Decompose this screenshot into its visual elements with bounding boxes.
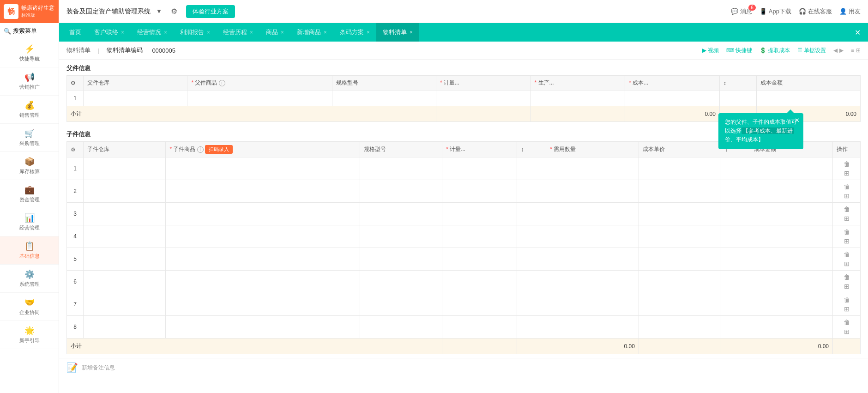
copy-button-1[interactable]: ⊞: [842, 169, 851, 178]
gear-button[interactable]: ⚙: [168, 5, 181, 18]
child-unit-4[interactable]: [442, 225, 517, 248]
tab-close-icon[interactable]: ×: [121, 29, 124, 36]
sidebar-item-系统管理[interactable]: ⚙️系统管理: [0, 265, 59, 293]
child-warehouse-5[interactable]: [84, 248, 166, 271]
tab-经营情况[interactable]: 经营情况×: [131, 23, 174, 42]
child-unit-3[interactable]: [442, 203, 517, 225]
child-spec-4[interactable]: [360, 225, 442, 248]
video-button[interactable]: ▶ 视频: [702, 47, 719, 54]
tab-close-icon[interactable]: ×: [250, 29, 253, 36]
sidebar-item-新手引导[interactable]: 🌟新手引导: [0, 321, 59, 349]
message-button[interactable]: 💬 消息 6: [731, 7, 752, 16]
tab-利润报告[interactable]: 利润报告×: [174, 23, 217, 42]
child-unit-price-4[interactable]: [639, 225, 721, 248]
user-menu[interactable]: 👤 用友: [839, 7, 861, 16]
delete-button-2[interactable]: 🗑: [842, 182, 852, 191]
online-service-button[interactable]: 🎧 在线客服: [799, 7, 832, 16]
child-goods-3[interactable]: [166, 203, 360, 225]
copy-button-3[interactable]: ⊞: [842, 214, 851, 223]
child-unit-1[interactable]: [442, 157, 517, 180]
parent-goods-cell[interactable]: [187, 91, 332, 106]
tab-经营历程[interactable]: 经营历程×: [217, 23, 259, 42]
child-unit-price-3[interactable]: [639, 203, 721, 225]
extract-cost-button[interactable]: 💲 提取成本: [760, 47, 790, 54]
app-download-button[interactable]: 📱 App下载: [760, 7, 791, 16]
child-unit-price-2[interactable]: [639, 180, 721, 203]
child-qty-2[interactable]: [546, 180, 639, 203]
sidebar-item-销售管理[interactable]: 💰销售管理: [0, 96, 59, 124]
parent-cost-cell[interactable]: [625, 91, 720, 106]
delete-button-6[interactable]: 🗑: [842, 272, 852, 282]
tab-条码方案[interactable]: 条码方案×: [333, 23, 376, 42]
delete-button-7[interactable]: 🗑: [842, 295, 852, 304]
tab-客户联络[interactable]: 客户联络×: [88, 23, 131, 42]
child-qty-8[interactable]: [546, 316, 639, 339]
child-warehouse-6[interactable]: [84, 271, 166, 293]
child-unit-5[interactable]: [442, 248, 517, 271]
child-goods-5[interactable]: [166, 248, 360, 271]
delete-button-4[interactable]: 🗑: [842, 227, 852, 236]
sidebar-item-快捷导航[interactable]: ⚡快捷导航: [0, 39, 59, 67]
delete-button-1[interactable]: 🗑: [842, 159, 852, 169]
nav-next-button[interactable]: ▶: [839, 47, 844, 54]
copy-button-5[interactable]: ⊞: [842, 259, 851, 268]
child-unit-6[interactable]: [442, 271, 517, 293]
parent-spec-cell[interactable]: [332, 91, 436, 106]
child-qty-7[interactable]: [546, 293, 639, 316]
trial-button[interactable]: 体验行业方案: [186, 5, 235, 18]
delete-button-3[interactable]: 🗑: [842, 205, 852, 214]
scan-button[interactable]: 扫码录入: [205, 145, 233, 154]
sidebar-item-营销推广[interactable]: 📢营销推广: [0, 67, 59, 96]
child-unit-price-5[interactable]: [639, 248, 721, 271]
copy-button-6[interactable]: ⊞: [842, 282, 851, 291]
sidebar-item-采购管理[interactable]: 🛒采购管理: [0, 124, 59, 152]
child-warehouse-2[interactable]: [84, 180, 166, 203]
tab-close-icon[interactable]: ×: [324, 29, 327, 36]
child-warehouse-3[interactable]: [84, 203, 166, 225]
child-spec-6[interactable]: [360, 271, 442, 293]
grid-view-button[interactable]: ⊞: [856, 47, 861, 54]
child-warehouse-8[interactable]: [84, 316, 166, 339]
tab-物料清单[interactable]: 物料清单×: [376, 23, 419, 42]
sidebar-item-经营管理[interactable]: 📊经营管理: [0, 208, 59, 236]
copy-button-2[interactable]: ⊞: [842, 191, 851, 200]
child-unit-price-6[interactable]: [639, 271, 721, 293]
parent-unit-cell[interactable]: [436, 91, 530, 106]
sidebar-item-企业协同[interactable]: 🤝企业协同: [0, 293, 59, 321]
tab-close-icon[interactable]: ×: [410, 29, 413, 36]
close-all-tabs[interactable]: ✕: [851, 28, 864, 37]
parent-warehouse-cell[interactable]: [84, 91, 187, 106]
nav-prev-button[interactable]: ◀: [833, 47, 838, 54]
child-warehouse-4[interactable]: [84, 225, 166, 248]
child-unit-price-8[interactable]: [639, 316, 721, 339]
child-unit-price-1[interactable]: [639, 157, 721, 180]
copy-button-7[interactable]: ⊞: [842, 304, 851, 314]
child-warehouse-7[interactable]: [84, 293, 166, 316]
child-unit-2[interactable]: [442, 180, 517, 203]
child-qty-5[interactable]: [546, 248, 639, 271]
child-unit-price-7[interactable]: [639, 293, 721, 316]
sidebar-search[interactable]: 🔍 搜索菜单: [0, 23, 59, 39]
delete-button-8[interactable]: 🗑: [842, 318, 852, 327]
child-spec-1[interactable]: [360, 157, 442, 180]
child-goods-info-icon[interactable]: i: [197, 146, 204, 153]
tab-首页[interactable]: 首页: [63, 23, 88, 42]
list-view-button[interactable]: ≡: [851, 47, 854, 54]
parent-goods-info-icon[interactable]: i: [219, 80, 225, 86]
breadcrumb-material-list[interactable]: 物料清单: [66, 46, 90, 54]
th-child-settings[interactable]: ⚙: [67, 142, 84, 157]
shortcut-button[interactable]: ⌨ 快捷键: [726, 47, 752, 54]
delete-button-5[interactable]: 🗑: [842, 250, 852, 259]
child-unit-8[interactable]: [442, 316, 517, 339]
copy-button-4[interactable]: ⊞: [842, 236, 851, 246]
child-qty-6[interactable]: [546, 271, 639, 293]
tooltip-close-button[interactable]: ✕: [795, 116, 800, 126]
tab-close-icon[interactable]: ×: [164, 29, 167, 36]
child-qty-1[interactable]: [546, 157, 639, 180]
sidebar-item-基础信息[interactable]: 📋基础信息: [0, 236, 59, 265]
child-warehouse-1[interactable]: [84, 157, 166, 180]
child-goods-6[interactable]: [166, 271, 360, 293]
child-goods-7[interactable]: [166, 293, 360, 316]
child-goods-4[interactable]: [166, 225, 360, 248]
child-spec-5[interactable]: [360, 248, 442, 271]
